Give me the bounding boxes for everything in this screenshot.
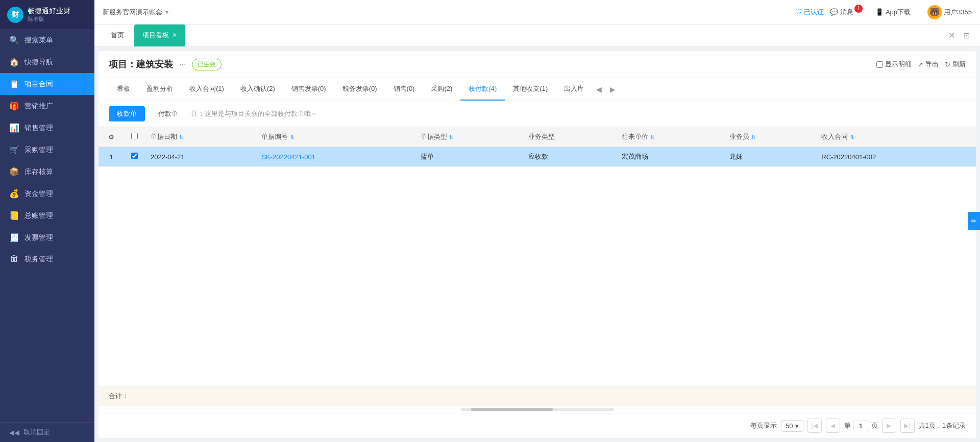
th-date[interactable]: 单据日期 ⇅ (144, 127, 255, 147)
window-close-icon[interactable]: ✕ (946, 29, 957, 42)
sort-icon: ⇅ (449, 134, 453, 140)
pagination: 每页显示 50 ▾ |◀ ◀ 第 页 ▶ ▶| 共1页，1条记录 (99, 413, 976, 438)
th-income-contract[interactable]: 收入合同 ⇅ (815, 127, 976, 147)
show-detail-input[interactable] (876, 61, 883, 68)
refresh-label: 刷新 (952, 60, 966, 69)
payment-bill-button[interactable]: 付款单 (150, 106, 186, 121)
row-checkbox[interactable] (131, 153, 138, 159)
tab-home[interactable]: 首页 (103, 24, 132, 46)
tabbar-right: ✕ ⊡ (946, 24, 972, 46)
collection-bill-button[interactable]: 收款单 (109, 106, 145, 121)
sidebar-item-sales[interactable]: 📊 销售管理 (0, 117, 94, 139)
per-page-value: 50 (786, 422, 793, 430)
tab-project-board[interactable]: 项目看板 ✕ (134, 24, 185, 46)
right-panel-toggle[interactable]: ✏ (968, 212, 980, 230)
select-all-checkbox[interactable] (131, 133, 138, 139)
sidebar-item-purchase[interactable]: 🛒 采购管理 (0, 139, 94, 161)
sidebar-item-tax[interactable]: 🏛 税务管理 (0, 249, 94, 270)
page-label: 第 (844, 421, 851, 430)
export-button[interactable]: ↗ 导出 (918, 60, 939, 69)
per-page-select[interactable]: 50 ▾ (781, 420, 803, 432)
project-name: 建筑安装 (136, 59, 173, 69)
user-button[interactable]: 🐻 用户3355 (927, 5, 972, 19)
sub-tab-sales[interactable]: 销售(0) (385, 78, 423, 101)
first-page-button[interactable]: |◀ (807, 419, 822, 433)
chart-icon: 📊 (9, 123, 19, 133)
doc-code-link[interactable]: SK-20220421-001 (261, 153, 315, 161)
topbar: 新服务官网演示账套 ▾ 🛡 已认证 💬 消息 1 📱 App下载 🐻 用户335… (94, 0, 980, 24)
prev-page-button[interactable]: ◀ (826, 419, 840, 433)
show-detail-checkbox[interactable]: 显示明细 (876, 60, 912, 69)
message-button[interactable]: 💬 消息 1 (830, 8, 859, 17)
scroll-indicator[interactable] (99, 406, 976, 413)
sidebar-item-label: 营销推广 (24, 102, 53, 111)
filter-bar: 收款单 付款单 注：这里是与项目关联的全部收付款单哦～ (99, 101, 976, 127)
summary-row: 合计： (99, 386, 976, 406)
gear-icon[interactable]: ⚙ (108, 133, 114, 141)
sidebar-item-invoice[interactable]: 🧾 发票管理 (0, 227, 94, 249)
message-badge: 1 (854, 5, 863, 13)
refresh-button[interactable]: ↻ 刷新 (945, 60, 966, 69)
message-icon: 💬 (830, 8, 838, 16)
sidebar-item-inventory[interactable]: 📦 库存核算 (0, 161, 94, 183)
page-input[interactable] (853, 421, 869, 431)
tabbar: 首页 项目看板 ✕ ✕ ⊡ (94, 24, 980, 47)
td-biz-type: 应收款 (522, 147, 616, 167)
account-selector[interactable]: 新服务官网演示账套 ▾ (103, 8, 789, 17)
sidebar-item-funds[interactable]: 💰 资金管理 (0, 183, 94, 205)
per-page-label: 每页显示 (750, 421, 777, 430)
filter-note: 注：这里是与项目关联的全部收付款单哦～ (191, 109, 317, 118)
sidebar-item-search[interactable]: 🔍 搜索菜单 (0, 29, 94, 51)
refresh-icon: ↻ (945, 61, 950, 68)
th-salesman[interactable]: 业务员 ⇅ (723, 127, 815, 147)
logo-icon: 财 (7, 7, 23, 23)
sub-tab-warehouse[interactable]: 出入库 (556, 78, 592, 101)
tab-close-icon[interactable]: ✕ (172, 32, 177, 39)
th-gear[interactable]: ⚙ (99, 127, 124, 147)
td-date: 2022-04-21 (144, 147, 255, 167)
scroll-thumb[interactable] (471, 408, 553, 411)
sidebar-item-project-contract[interactable]: 📋 项目合同 (0, 73, 94, 95)
project-status-badge: 已生效 (192, 59, 222, 70)
sub-tab-sales-invoice[interactable]: 销售发票(0) (283, 78, 334, 101)
last-page-button[interactable]: ▶| (900, 419, 915, 433)
project-header: 项目：建筑安装 ··· 已生效 显示明细 ↗ 导出 ↻ 刷新 (99, 51, 976, 78)
content-area: 项目：建筑安装 ··· 已生效 显示明细 ↗ 导出 ↻ 刷新 (99, 51, 976, 438)
app-edition: 标准版 (28, 15, 70, 23)
divider (867, 7, 867, 17)
main-area: 新服务官网演示账套 ▾ 🛡 已认证 💬 消息 1 📱 App下载 🐻 用户335… (94, 0, 980, 442)
th-partner[interactable]: 往来单位 ⇅ (616, 127, 723, 147)
window-restore-icon[interactable]: ⊡ (961, 29, 972, 42)
th-code[interactable]: 单据编号 ⇅ (255, 127, 414, 147)
app-label: App下载 (886, 8, 911, 17)
sub-tabs-next-arrow[interactable]: ▶ (606, 79, 620, 100)
sub-tab-income-confirm[interactable]: 收入确认(2) (232, 78, 283, 101)
certified-label: 已认证 (804, 8, 824, 17)
sub-tab-profit[interactable]: 盈利分析 (138, 78, 181, 101)
sub-tab-purchase[interactable]: 采购(2) (423, 78, 460, 101)
td-partner: 宏茂商场 (616, 147, 723, 167)
sub-tab-other-expense[interactable]: 其他收支(1) (505, 78, 556, 101)
sidebar-item-ledger[interactable]: 📒 总账管理 (0, 205, 94, 227)
sidebar-item-label: 税务管理 (24, 255, 53, 264)
sub-tab-kanban[interactable]: 看板 (109, 78, 138, 101)
table-row[interactable]: 1 2022-04-21 SK-20220421-001 蓝单 (99, 147, 976, 167)
th-biz-type: 业务类型 (522, 127, 616, 147)
project-more-button[interactable]: ··· (179, 60, 186, 69)
sub-tab-income-contract[interactable]: 收入合同(1) (181, 78, 232, 101)
sidebar-item-quick-nav[interactable]: 🏠 快捷导航 (0, 51, 94, 73)
sidebar-item-marketing[interactable]: 🎁 营销推广 (0, 95, 94, 117)
cart-icon: 🛒 (9, 145, 19, 155)
sub-tabs-prev-arrow[interactable]: ◀ (592, 79, 606, 100)
app-download-button[interactable]: 📱 App下载 (875, 8, 911, 17)
money-icon: 💰 (9, 189, 19, 199)
next-page-button[interactable]: ▶ (882, 419, 896, 433)
td-salesman: 龙妹 (723, 147, 815, 167)
cancel-pin-button[interactable]: ◀◀ 取消固定 (0, 422, 94, 442)
sub-tab-tax-invoice[interactable]: 税务发票(0) (334, 78, 385, 101)
sub-tab-collection[interactable]: 收付款(4) (460, 78, 505, 101)
sidebar-item-label: 项目合同 (24, 80, 53, 89)
th-type[interactable]: 单据类型 ⇅ (414, 127, 522, 147)
scroll-track (461, 408, 614, 411)
td-code[interactable]: SK-20220421-001 (255, 147, 414, 167)
